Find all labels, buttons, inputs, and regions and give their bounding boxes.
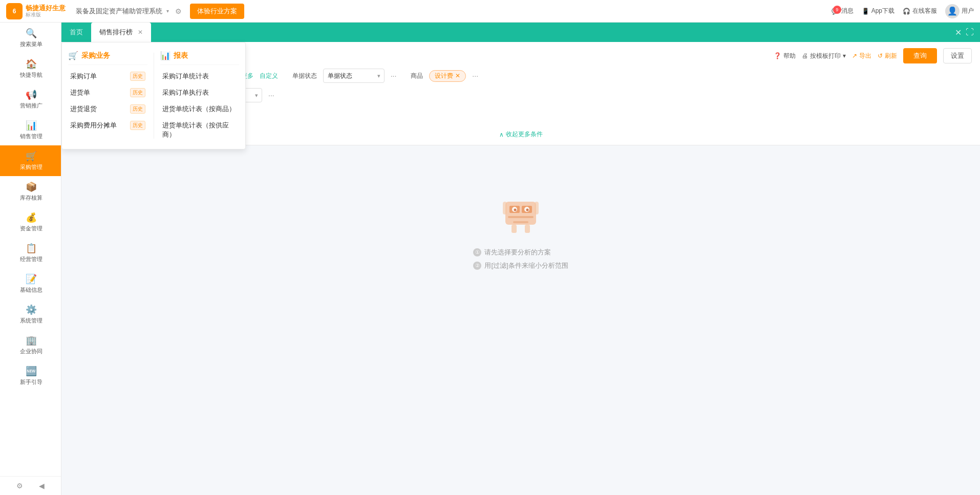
sidebar-item-purchase[interactable]: 🛒 采购管理 [0,145,61,176]
salesperson-ellipsis[interactable]: ··· [268,91,274,99]
doc-status-ellipsis[interactable]: ··· [391,72,397,80]
print-btn[interactable]: 🖨 按模板打印 ▾ [802,52,846,60]
sidebar-item-guide[interactable]: 🆕 新手引导 [0,360,61,391]
settings-btn[interactable]: 设置 [943,48,972,63]
sidebar-settings-btn[interactable]: ⚙ [16,482,23,490]
date-custom-link[interactable]: 自定义 [260,72,278,80]
refresh-btn[interactable]: ↺ 刷新 [878,52,897,60]
doc-status-select-wrap: 单据状态 [323,69,385,83]
dropdown-po-exec-label: 采购订单执行表 [162,88,209,97]
sidebar-label-purchase: 采购管理 [20,163,42,171]
dropdown-purchase-icon: 🛒 [68,51,78,60]
sys-title-text: 装备及固定资产辅助管理系统 [76,7,162,16]
app-download-item[interactable]: 📱 App下载 [862,7,894,15]
notification-item[interactable]: 💬 9 消息 [832,7,854,15]
gear-icon: ⚙️ [26,304,37,315]
building-icon: 🏢 [26,335,37,346]
top-header: 6 畅捷通好生意 标准版 装备及固定资产辅助管理系统 ▾ ⚙ 体验行业方案 💬 … [0,0,980,23]
history-badge-0: 历史 [130,72,145,81]
svg-rect-9 [512,225,517,233]
product-ellipsis[interactable]: ··· [472,72,478,80]
sidebar-item-sales[interactable]: 📊 销售管理 [0,115,61,145]
sidebar-item-finance[interactable]: 💰 资金管理 [0,207,61,238]
sidebar-label-basic-info: 基础信息 [20,286,42,294]
sidebar-item-operations[interactable]: 📋 经营管理 [0,238,61,268]
history-badge-2: 历史 [130,104,145,114]
headset-icon: 🎧 [903,8,910,15]
dropdown-item-purchase-order[interactable]: 采购订单 历史 [68,68,147,84]
sidebar-item-basic-info[interactable]: 📝 基础信息 [0,268,61,299]
export-label: 导出 [859,52,871,60]
history-badge-1: 历史 [130,88,145,97]
sidebar-item-quick-nav[interactable]: 🏠 快捷导航 [0,53,61,84]
cart-icon: 🛒 [26,150,37,162]
dropdown-item-inbound-return[interactable]: 进货退货 历史 [68,101,147,117]
dropdown-purchase-cost-label: 采购费用分摊单 [70,121,117,130]
avatar-icon: 👤 [947,6,957,16]
online-service-label: 在线客服 [912,7,937,15]
refresh-icon: ↺ [878,52,883,59]
sidebar-item-search[interactable]: 🔍 搜索菜单 [0,23,61,53]
new-icon: 🆕 [26,365,37,377]
exp-btn[interactable]: 体验行业方案 [190,4,244,19]
user-label: 用户 [962,7,974,15]
product-tag-label: 设计费 [435,72,453,80]
dropdown-item-po-exec[interactable]: 采购订单执行表 [160,84,240,101]
dropdown-item-purchase-cost[interactable]: 采购费用分摊单 历史 [68,117,147,134]
sidebar-collapse-btn[interactable]: ◀ [39,482,45,490]
dropdown-item-po-summary[interactable]: 采购订单统计表 [160,68,240,84]
dropdown-item-inbound[interactable]: 进货单 历史 [68,84,147,101]
export-btn[interactable]: ↗ 导出 [852,52,871,60]
dropdown-item-inbound-summary-supplier[interactable]: 进货单统计表（按供应商） [160,117,240,143]
tab-sales-rank-label: 销售排行榜 [99,28,133,37]
window-close-btn[interactable]: ✕ [955,28,962,37]
tabs-right: ✕ ⛶ [955,28,980,37]
help-btn[interactable]: ❓ 帮助 [774,52,796,60]
tab-home[interactable]: 首页 [61,23,91,42]
doc-status-select[interactable]: 单据状态 [323,69,385,83]
dropdown-po-summary-label: 采购订单统计表 [162,72,209,81]
empty-tip-2: ② 用[过滤]条件来缩小分析范围 [473,259,568,272]
sys-title-dropdown-icon[interactable]: ▾ [166,8,169,14]
notification-badge: 💬 9 [832,8,839,15]
sidebar-item-inventory[interactable]: 📦 库存核算 [0,176,61,207]
dropdown-item-inbound-summary-product[interactable]: 进货单统计表（按商品） [160,101,240,117]
sidebar-item-enterprise[interactable]: 🏢 企业协同 [0,330,61,360]
dropdown-report-title: 📊 报表 [160,49,240,65]
collapse-icon: ∧ [499,131,504,138]
svg-point-13 [514,209,517,211]
avatar: 👤 [945,4,960,18]
help-label: 帮助 [783,52,796,60]
money-icon: 💰 [26,212,37,223]
content-area: 首页 销售排行榜 ✕ ✕ ⛶ 🛒 采购业务 采购订单 [61,23,980,495]
tab-sales-rank[interactable]: 销售排行榜 ✕ [91,23,151,42]
sidebar-label-search: 搜索菜单 [20,40,42,48]
notification-label: 消息 [841,7,854,15]
svg-rect-7 [503,202,507,214]
product-tag[interactable]: 设计费 ✕ [429,70,466,82]
dropdown-purchase-title: 🛒 采购业务 [68,49,147,65]
tabs-bar: 首页 销售排行榜 ✕ ✕ ⛶ 🛒 采购业务 采购订单 [61,23,980,42]
sidebar-label-marketing: 营销推广 [20,102,42,110]
dropdown-purchase-col: 🛒 采购业务 采购订单 历史 进货单 历史 进货退货 历史 [62,49,154,143]
product-tag-close[interactable]: ✕ [455,72,460,79]
notification-count: 9 [833,6,841,14]
logo-area: 6 畅捷通好生意 标准版 [6,3,68,19]
sidebar-label-system: 系统管理 [20,317,42,325]
history-badge-3: 历史 [130,121,145,130]
sidebar-item-system[interactable]: ⚙️ 系统管理 [0,299,61,330]
query-btn[interactable]: 查询 [903,48,937,63]
phone-icon: 📱 [862,8,869,15]
online-service-item[interactable]: 🎧 在线客服 [903,7,937,15]
help-icon: ❓ [774,52,781,59]
user-item[interactable]: 👤 用户 [945,4,974,18]
empty-text: ① 请先选择要分析的方案 ② 用[过滤]条件来缩小分析范围 [473,246,568,272]
sidebar-item-marketing[interactable]: 📢 营销推广 [0,84,61,115]
svg-rect-6 [513,221,528,223]
print-label: 按模板打印 [810,52,841,60]
window-expand-btn[interactable]: ⛶ [966,28,974,37]
settings-icon[interactable]: ⚙ [175,7,182,15]
dropdown-inbound-label: 进货单 [70,88,90,97]
tab-sales-rank-close[interactable]: ✕ [138,29,143,36]
logo-sub-text: 标准版 [26,12,66,18]
